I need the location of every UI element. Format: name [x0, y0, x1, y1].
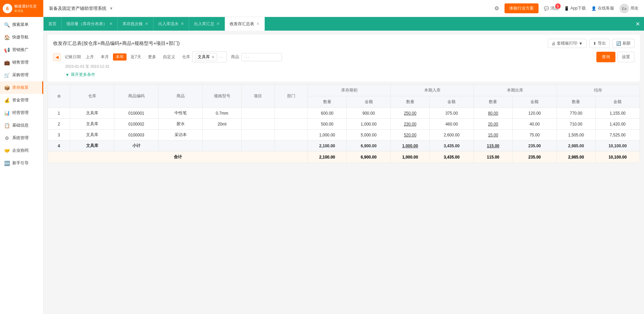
top-header: 装备及固定资产辅助管理系统 ▼ ⚙ 体验行业方案 💬 6 消息 📱 App下载 …: [44, 0, 644, 17]
total-opening-qty: 2,100.00: [308, 151, 347, 163]
sidebar-item-marketing[interactable]: 📢 营销推广: [0, 44, 43, 56]
subtotal-label: 小计: [114, 141, 159, 151]
col-header-bal-amt: 金额: [595, 96, 640, 108]
print-button[interactable]: 🖨 套模板打印 ▼: [548, 39, 587, 48]
total-out-qty: 115.00: [474, 151, 513, 163]
tab-batch-close[interactable]: ✕: [145, 21, 148, 26]
sidebar-item-search[interactable]: 🔍 搜索菜单: [0, 18, 43, 31]
row3-out-qty[interactable]: 15.00: [474, 130, 513, 141]
subtotal-in-qty[interactable]: 1,000.00: [391, 141, 430, 151]
sidebar-item-basic[interactable]: 📋 基础信息: [0, 119, 43, 132]
table-settings-icon[interactable]: ⚙: [57, 94, 61, 99]
filter-collapse-button[interactable]: ◀: [53, 53, 61, 61]
row2-out-amt: 40.00: [512, 119, 557, 130]
date-custom[interactable]: 自定义: [160, 53, 178, 61]
warehouse-input[interactable]: 文具库 ✕ ···: [192, 51, 227, 63]
sidebar-item-label: 快捷导航: [12, 34, 29, 40]
sidebar-item-label: 库存核算: [12, 85, 29, 90]
col-header-project: 项目: [242, 85, 275, 108]
sidebar-item-purchase[interactable]: 🛒 采购管理: [0, 69, 43, 81]
refresh-button[interactable]: 🔄 刷新: [612, 39, 634, 48]
sidebar-item-label: 营销推广: [12, 47, 29, 53]
tab-bar-close-all[interactable]: ✕: [631, 21, 644, 27]
product-dots[interactable]: ···: [244, 55, 250, 60]
tab-recv-send-close[interactable]: ✕: [256, 21, 260, 26]
tab-stock-dist[interactable]: 现存量（库存分布表） ✕: [62, 17, 118, 31]
row2-out-qty[interactable]: 20.00: [474, 119, 513, 130]
row3-warehouse: 文具库: [70, 130, 114, 141]
app-download-item[interactable]: 📱 App下载: [564, 5, 586, 11]
row1-out-qty[interactable]: 80.00: [474, 108, 513, 119]
warehouse-tag-close[interactable]: ✕: [211, 55, 215, 60]
dropdown-icon[interactable]: ▼: [109, 6, 113, 11]
sales-nav-icon: 💼: [4, 60, 10, 65]
row1-spec: 0.7mm: [203, 108, 242, 119]
date-7days[interactable]: 近7天: [128, 53, 144, 61]
query-button[interactable]: 查询: [596, 52, 615, 62]
user-item[interactable]: Ea 用友: [620, 4, 639, 13]
total-in-amt: 3,435.00: [429, 151, 474, 163]
date-last-month[interactable]: 上月: [83, 53, 97, 61]
tab-batch[interactable]: 库存批次账 ✕: [118, 17, 153, 31]
row2-dept: [275, 119, 308, 130]
sidebar-item-finance[interactable]: 💰 资金管理: [0, 94, 43, 106]
export-button[interactable]: ⬆ 导出: [589, 39, 610, 48]
data-table: ⚙ 仓库 商品编码 商品 规格型号: [48, 84, 640, 163]
row3-opening-qty: 1,000.00: [308, 130, 347, 141]
sidebar-item-quicknav[interactable]: 🏠 快捷导航: [0, 31, 43, 44]
date-this-year[interactable]: 本年: [113, 53, 127, 61]
subtotal-bal-qty: 2,985.00: [557, 141, 595, 151]
row3-in-amt: 2,600.00: [429, 130, 474, 141]
row1-out-amt: 120.00: [512, 108, 557, 119]
system-title: 装备及固定资产辅助管理系统: [49, 5, 106, 12]
row3-in-qty[interactable]: 520.00: [391, 130, 430, 141]
tab-inout-flow[interactable]: 出入库流水 ✕: [153, 17, 189, 31]
sidebar-item-inventory[interactable]: 📦 库存核算: [0, 81, 43, 94]
settings-icon[interactable]: ⚙: [494, 5, 499, 12]
table-row: 3 文具库 0100003 采访本 1,000.00 5,000.00 520.…: [48, 130, 640, 141]
row1-name: 中性笔: [159, 108, 203, 119]
tab-home-label: 首页: [48, 21, 56, 27]
date-range-display: 2023-01-01 至 2023-12-31: [65, 64, 110, 68]
sidebar-item-guide[interactable]: 🆕 新手引导: [0, 157, 43, 169]
expand-more-button[interactable]: ▼ 展开更多条件: [65, 72, 634, 78]
sidebar-item-label: 系统管理: [12, 135, 29, 141]
tab-inout-summary-close[interactable]: ✕: [216, 21, 220, 26]
tab-inout-summary[interactable]: 出入库汇总 ✕: [189, 17, 225, 31]
tab-stock-dist-close[interactable]: ✕: [109, 21, 113, 26]
tab-inout-flow-close[interactable]: ✕: [181, 21, 184, 26]
row2-in-qty[interactable]: 230.00: [391, 119, 430, 130]
date-more[interactable]: 更多: [145, 53, 159, 61]
print-label: 套模板打印: [557, 40, 577, 46]
inventory-nav-icon: 📦: [4, 85, 10, 90]
refresh-label: 刷新: [623, 40, 631, 46]
sidebar-item-operations[interactable]: 📊 经营管理: [0, 106, 43, 119]
tab-bar: 首页 现存量（库存分布表） ✕ 库存批次账 ✕ 出入库流水 ✕ 出入库汇总 ✕ …: [44, 17, 644, 31]
col-header-opening-amt: 金额: [347, 96, 391, 108]
table-row: 2 文具库 0100002 胶水 20ml 500.00 1,000.00 23…: [48, 119, 640, 130]
warehouse-tag-text: 文具库: [198, 54, 210, 60]
experience-button[interactable]: 体验行业方案: [505, 3, 539, 13]
sidebar-item-sales[interactable]: 💼 销售管理: [0, 56, 43, 69]
tab-home[interactable]: 首页: [44, 17, 62, 31]
warehouse-dots[interactable]: ···: [218, 55, 224, 60]
messages-item[interactable]: 💬 6 消息: [544, 5, 559, 11]
sidebar-nav: 🔍 搜索菜单 🏠 快捷导航 📢 营销推广 💼 销售管理 🛒 采购管理 📦 库存核…: [0, 17, 43, 314]
tab-recv-send-summary[interactable]: 收发存汇总表 ✕: [225, 17, 265, 31]
avatar-text: Ea: [622, 6, 626, 11]
row3-opening-amt: 5,000.00: [347, 130, 391, 141]
product-input[interactable]: ···: [241, 53, 282, 61]
row2-opening-qty: 500.00: [308, 119, 347, 130]
row2-in-amt: 460.00: [429, 119, 474, 130]
filter-settings-button[interactable]: 设置: [617, 52, 634, 62]
subtotal-out-qty[interactable]: 115.00: [474, 141, 513, 151]
col-header-settings[interactable]: ⚙: [48, 85, 70, 108]
subtotal-opening-qty: 2,100.00: [308, 141, 347, 151]
online-service-item[interactable]: 👤 在线客服: [591, 5, 614, 11]
row1-in-qty[interactable]: 250.00: [391, 108, 430, 119]
sidebar-item-enterprise[interactable]: 🤝 企业协同: [0, 144, 43, 157]
sidebar-item-system[interactable]: ⚙ 系统管理: [0, 132, 43, 144]
page-title: 收发存汇总表(按仓库+商品编码+商品+规格型号+项目+部门): [53, 40, 180, 47]
operations-nav-icon: 📊: [4, 110, 10, 116]
date-this-month[interactable]: 本月: [98, 53, 112, 61]
